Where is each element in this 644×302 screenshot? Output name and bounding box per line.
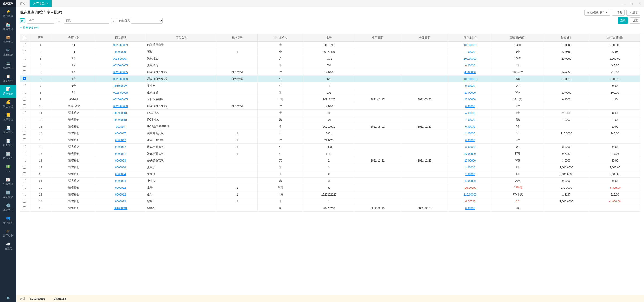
row-checkbox[interactable]: [23, 91, 26, 94]
tab-home[interactable]: 首页: [16, 0, 30, 7]
close-tab-icon[interactable]: ×: [46, 2, 48, 5]
sidebar-item-发票管理[interactable]: 🧾 发票管理: [0, 123, 16, 136]
sidebar-settings[interactable]: ⚙️: [0, 294, 16, 302]
row-checkbox[interactable]: [23, 43, 26, 46]
row-checkbox[interactable]: [23, 118, 26, 121]
goods-ellipsis-button[interactable]: ...: [111, 18, 118, 23]
select-all-checkbox[interactable]: [23, 36, 26, 39]
row-checkbox-cell[interactable]: [20, 150, 29, 157]
sidebar-logo[interactable]: 搜索菜单: [0, 0, 16, 7]
sidebar-item-库存核算[interactable]: 📊 库存核算: [0, 85, 16, 98]
row-qty-main: 100.00000: [448, 76, 492, 82]
sidebar-item-零售管理[interactable]: 🏪 零售管理: [0, 20, 16, 33]
row-checkbox[interactable]: [23, 64, 26, 67]
row-checkbox-cell[interactable]: [20, 205, 29, 212]
goods-input[interactable]: [64, 18, 109, 24]
row-checkbox-cell[interactable]: [20, 116, 29, 123]
category-select[interactable]: [131, 18, 163, 24]
row-checkbox-cell[interactable]: [20, 62, 29, 69]
row-checkbox[interactable]: [23, 57, 26, 60]
sidebar-item-电商管理[interactable]: 💻 电商管理: [0, 59, 16, 72]
sidebar-item-税务管理[interactable]: 📑 税务管理: [0, 136, 16, 149]
row-checkbox-cell[interactable]: [20, 55, 29, 62]
row-checkbox-cell[interactable]: [20, 49, 29, 55]
table-area[interactable]: 序号 仓库名称 商品编码 商品名称 规格型号 主计量单位 批号 生产日期 失效日…: [16, 34, 644, 295]
row-checkbox[interactable]: [23, 200, 26, 203]
print-button[interactable]: 🖨 按模板打印 ▼: [584, 10, 610, 16]
sidebar-item-企业协同[interactable]: 👥 企业协同: [0, 214, 16, 227]
sidebar-item-云应用[interactable]: ☁️ 云应用: [0, 240, 16, 253]
close-button[interactable]: ×: [636, 0, 644, 7]
row-checkbox[interactable]: [23, 77, 26, 80]
row-checkbox-cell[interactable]: [20, 137, 29, 144]
row-unit-cost: 10.0000: [543, 89, 590, 96]
row-checkbox-cell[interactable]: [20, 198, 29, 205]
row-checkbox[interactable]: [23, 50, 26, 53]
row-checkbox-cell[interactable]: [20, 89, 29, 96]
query-button[interactable]: 查询: [618, 18, 628, 24]
row-checkbox-cell[interactable]: [20, 103, 29, 110]
row-checkbox-cell[interactable]: [20, 144, 29, 150]
row-checkbox-cell[interactable]: [20, 184, 29, 191]
row-checkbox[interactable]: [23, 104, 26, 107]
row-checkbox[interactable]: [23, 132, 26, 134]
export-button[interactable]: ↑ 导出: [612, 10, 624, 16]
sidebar-item-采购管理[interactable]: 📋 采购管理: [0, 72, 16, 85]
row-checkbox[interactable]: [23, 111, 26, 114]
row-checkbox-cell[interactable]: [20, 82, 29, 89]
tab-inventory-batch[interactable]: 库存批次 ×: [30, 0, 52, 7]
sidebar-item-批发管理[interactable]: 📦 批发管理: [0, 33, 16, 46]
expand-filter-button[interactable]: ▶: [20, 18, 25, 23]
row-no: 5: [29, 69, 52, 76]
sidebar-item-工资[interactable]: 💵 工资: [0, 162, 16, 175]
row-checkbox-cell[interactable]: [20, 178, 29, 184]
sidebar-item-资金管理[interactable]: 💰 资金管理: [0, 98, 16, 111]
row-goods-name: 霆诚（白色/奶橘）: [146, 76, 217, 82]
set-button[interactable]: 设置: [630, 18, 640, 24]
warehouse-ellipsis-button[interactable]: ...: [56, 18, 62, 23]
col-unit-cost: 结存成本: [543, 34, 590, 42]
maximize-button[interactable]: □: [628, 0, 636, 7]
row-checkbox[interactable]: [23, 138, 26, 141]
amount-info-icon[interactable]: i: [619, 36, 622, 39]
sidebar-item-总账管理[interactable]: 📒 总账管理: [0, 111, 16, 123]
row-checkbox[interactable]: [23, 179, 26, 182]
row-checkbox[interactable]: [23, 70, 26, 73]
row-checkbox-cell[interactable]: [20, 96, 29, 103]
row-unit-cost: 3.0000: [543, 157, 590, 164]
sidebar-item-小鹅电商[interactable]: 🛒 小鹅电商: [0, 46, 16, 59]
sidebar-item-新手引导[interactable]: 🎓 新手引导: [0, 227, 16, 240]
row-checkbox-cell[interactable]: [20, 164, 29, 171]
row-checkbox-cell[interactable]: [20, 110, 29, 116]
display-button[interactable]: 👁 显示: [626, 10, 640, 16]
row-checkbox-cell[interactable]: [20, 42, 29, 49]
minimize-button[interactable]: —: [620, 0, 628, 7]
warehouse-input[interactable]: [27, 18, 54, 24]
row-checkbox[interactable]: [23, 172, 26, 175]
row-checkbox-cell[interactable]: [20, 191, 29, 198]
sidebar-item-固定资产[interactable]: 🏢 固定资产: [0, 149, 16, 162]
row-checkbox[interactable]: [23, 159, 26, 162]
row-checkbox[interactable]: [23, 84, 26, 87]
row-checkbox-cell[interactable]: [20, 130, 29, 137]
row-checkbox-cell[interactable]: [20, 157, 29, 164]
row-checkbox[interactable]: [23, 98, 26, 101]
row-checkbox-cell[interactable]: [20, 171, 29, 178]
row-checkbox[interactable]: [23, 206, 26, 209]
sidebar-item-系统管理[interactable]: ⚙️ 系统管理: [0, 201, 16, 214]
row-checkbox[interactable]: [23, 152, 26, 155]
row-checkbox-cell[interactable]: [20, 123, 29, 130]
row-checkbox-cell[interactable]: [20, 76, 29, 82]
col-checkbox[interactable]: [20, 34, 29, 42]
col-exp-date: 失效日期: [401, 34, 448, 42]
sidebar-item-快捷导航[interactable]: ⚡ 快捷导航: [0, 7, 16, 20]
expand-more-button[interactable]: ▼ 展开更多条件: [20, 25, 39, 31]
row-checkbox[interactable]: [23, 145, 26, 148]
sidebar-item-经营管理[interactable]: 📈 经营管理: [0, 175, 16, 188]
row-checkbox[interactable]: [23, 186, 26, 189]
row-checkbox-cell[interactable]: [20, 69, 29, 76]
sidebar-item-基础信息[interactable]: ℹ️ 基础信息: [0, 188, 16, 201]
row-checkbox[interactable]: [23, 193, 26, 196]
row-checkbox[interactable]: [23, 125, 26, 128]
row-checkbox[interactable]: [23, 166, 26, 169]
